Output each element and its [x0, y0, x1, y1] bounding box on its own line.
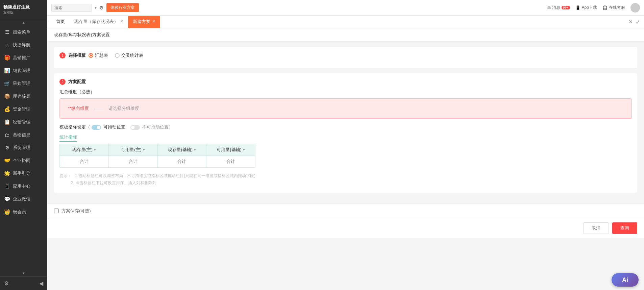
cancel-button[interactable]: 取消	[583, 222, 609, 234]
sidebar-logo: 畅康通好生意 标准版	[0, 0, 47, 19]
stats-col-1: 现存量(主) ▾	[60, 144, 109, 156]
trial-button[interactable]: 体验行业方案	[106, 3, 139, 12]
search-menu-icon: ☰	[4, 29, 10, 35]
quick-nav-icon: ⌂	[4, 42, 10, 48]
sidebar-item-purchase[interactable]: 🛒 采购管理	[0, 77, 47, 90]
step1-num: 1	[59, 52, 66, 58]
tab-home[interactable]: 首页	[51, 16, 70, 28]
search-chevron-icon[interactable]: ▾	[95, 5, 97, 10]
stats-cell-1: 合计	[60, 156, 108, 167]
sidebar-item-marketing[interactable]: 🎁 营销推广	[0, 51, 47, 64]
stats-col-4: 可用量(基辅) ▾	[206, 144, 255, 156]
window-maximize-icon[interactable]: ⤢	[636, 19, 640, 25]
col1-chevron-icon[interactable]: ▾	[94, 148, 96, 152]
scroll-up-icon[interactable]: ▲	[22, 21, 25, 24]
stats-body-col-3: 合计	[158, 156, 207, 167]
sidebar-item-guide[interactable]: 🌟 新手引导	[0, 167, 47, 180]
step1-section: 1 选择模板 汇总表 交叉统计表	[54, 47, 637, 68]
sidebar-item-finance[interactable]: 💰 资金管理	[0, 103, 47, 116]
content-area: 现存量(库存状况表)方案设置 1 选择模板 汇总表 交叉统计表	[47, 28, 644, 290]
sidebar-scroll-down[interactable]: ▼	[0, 270, 47, 276]
stats-cell-3: 合计	[158, 156, 206, 167]
stats-col-1-header[interactable]: 现存量(主) ▾	[60, 144, 108, 156]
dimension-arrow: ——	[94, 106, 103, 111]
tab-new-scheme-label: 新建方案	[133, 19, 150, 25]
tab-inventory-close[interactable]: ✕	[120, 19, 123, 24]
step1-label: 选择模板	[68, 52, 86, 58]
message-label: 消息	[552, 5, 560, 10]
settings-gear-icon[interactable]: ⚙	[99, 5, 104, 10]
col3-chevron-icon[interactable]: ▾	[194, 148, 196, 152]
stats-col-2: 可用量(主) ▾	[109, 144, 158, 156]
tab-new-scheme-close[interactable]: ✕	[152, 19, 155, 24]
online-support-item[interactable]: 🎧 在线客服	[602, 5, 625, 10]
search-input[interactable]	[51, 4, 92, 12]
sidebar-item-inventory[interactable]: 📦 库存核算	[0, 90, 47, 103]
topbar: ▾ ⚙ 体验行业方案 ✉ 消息 99+ 📱 App下载 🎧 在线客服	[47, 0, 644, 16]
step2-header: 2 方案配置	[59, 79, 632, 85]
settings-icon[interactable]: ⚙	[4, 280, 9, 287]
dimension-required-label: **纵向维度	[68, 105, 89, 112]
save-section: 方案保存(可选)	[47, 203, 644, 218]
logo-sub: 标准版	[3, 10, 44, 15]
sidebar-item-label: 新手引导	[13, 170, 30, 176]
sidebar-item-operations[interactable]: 📋 经营管理	[0, 116, 47, 128]
ai-label: Ai	[622, 276, 628, 284]
sidebar-item-basic-info[interactable]: 🗂 基础信息	[0, 128, 47, 141]
scroll-down-icon[interactable]: ▼	[22, 271, 25, 275]
tip1: 提示： 1.拖动标题栏可以调整布局，不可跨维度或指标区域拖动栏目(只能在同一维度…	[59, 173, 632, 179]
tip2: 2. 点击标题栏下拉可设置排序、插入列和删除列	[59, 180, 632, 186]
query-button[interactable]: 查询	[612, 222, 637, 234]
sidebar-item-label: 搜索菜单	[13, 29, 30, 35]
ai-float-button[interactable]: Ai	[612, 273, 639, 287]
sidebar-item-search-menu[interactable]: ☰ 搜索菜单	[0, 26, 47, 39]
collapse-icon[interactable]: ◀	[39, 280, 43, 287]
radio-summary[interactable]: 汇总表	[89, 52, 108, 58]
sidebar-scroll-up[interactable]: ▲	[0, 19, 47, 26]
sidebar-item-sales[interactable]: 📊 销售管理	[0, 64, 47, 77]
stats-table: 现存量(主) ▾ 可用量(主) ▾	[59, 144, 255, 168]
tabs-bar: 首页 现存量（库存状况表） ✕ 新建方案 ✕ ✕ ⤢	[47, 16, 644, 28]
tips-section: 提示： 1.拖动标题栏可以调整布局，不可跨维度或指标区域拖动栏目(只能在同一维度…	[59, 173, 632, 186]
guide-icon: 🌟	[4, 170, 10, 176]
stats-body-col-1: 合计	[60, 156, 109, 167]
col2-chevron-icon[interactable]: ▾	[143, 148, 145, 152]
tab-new-scheme[interactable]: 新建方案 ✕	[128, 16, 160, 28]
radio-cross-circle	[115, 53, 120, 58]
stats-col-2-header[interactable]: 可用量(主) ▾	[109, 144, 157, 156]
sidebar-item-enterprise[interactable]: 🤝 企业协同	[0, 154, 47, 167]
avatar[interactable]	[630, 3, 640, 13]
stats-cell-4: 合计	[206, 156, 255, 167]
radio-cross-label: 交叉统计表	[121, 52, 143, 58]
window-close-icon[interactable]: ✕	[628, 19, 633, 25]
enterprise-icon: 🤝	[4, 158, 10, 164]
message-icon: ✉	[547, 5, 551, 10]
sidebar-item-wechat[interactable]: 💬 企业微信	[0, 193, 47, 206]
dimension-box[interactable]: **纵向维度 —— 请选择分组维度	[59, 98, 632, 119]
inventory-icon: 📦	[4, 93, 10, 99]
tab-home-label: 首页	[56, 19, 65, 25]
message-item[interactable]: ✉ 消息 99+	[547, 5, 570, 10]
marketing-icon: 🎁	[4, 55, 10, 61]
stats-col-4-header[interactable]: 可用量(基辅) ▾	[206, 144, 255, 156]
sidebar-item-label: 采购管理	[13, 80, 30, 87]
sidebar-item-app-center[interactable]: 📱 应用中心	[0, 180, 47, 193]
topbar-right: ✉ 消息 99+ 📱 App下载 🎧 在线客服	[547, 3, 640, 13]
col4-chevron-icon[interactable]: ▾	[243, 148, 245, 152]
non-draggable-toggle[interactable]	[130, 125, 140, 130]
radio-cross[interactable]: 交叉统计表	[115, 52, 143, 58]
draggable-toggle[interactable]	[92, 125, 101, 130]
step2-num: 2	[59, 79, 66, 85]
sidebar-item-quick-nav[interactable]: ⌂ 快捷导航	[0, 39, 47, 51]
app-download-item[interactable]: 📱 App下载	[575, 5, 597, 10]
form-area: 1 选择模板 汇总表 交叉统计表	[47, 42, 644, 203]
stats-col-3-header[interactable]: 现存量(基辅) ▾	[158, 144, 206, 156]
save-checkbox[interactable]	[54, 209, 59, 213]
save-label: 方案保存(可选)	[61, 208, 91, 214]
sidebar-item-system[interactable]: ⚙ 系统管理	[0, 141, 47, 154]
stats-table-header: 现存量(主) ▾ 可用量(主) ▾	[60, 144, 255, 156]
stats-col-3: 现存量(基辅) ▾	[158, 144, 207, 156]
sidebar-item-member[interactable]: 👑 畅会员	[0, 206, 47, 218]
headset-icon: 🎧	[602, 5, 608, 10]
tab-inventory-status[interactable]: 现存量（库存状况表） ✕	[70, 16, 128, 28]
